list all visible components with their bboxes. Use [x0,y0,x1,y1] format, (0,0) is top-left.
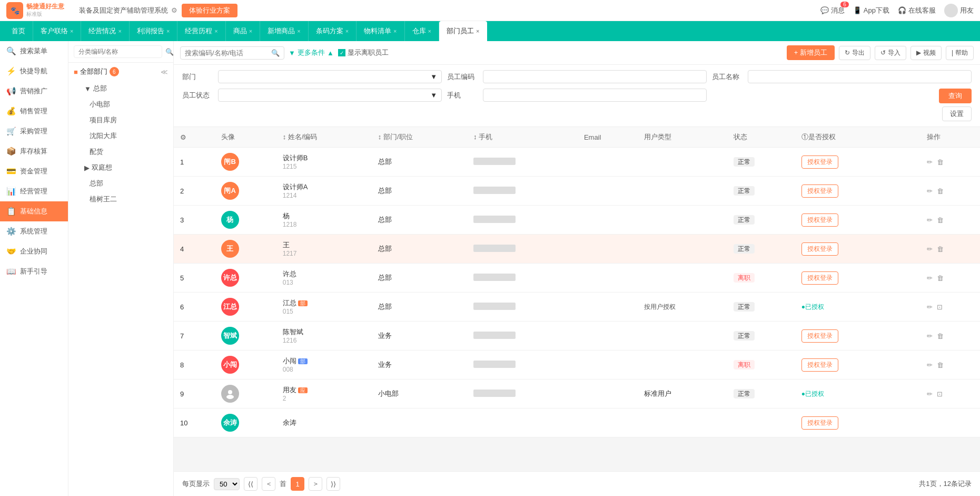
dept-item-xiangmu[interactable]: 项目库房 [74,112,173,128]
sidebar-item-sales[interactable]: 💰 销售管理 [0,101,68,121]
current-page-button[interactable]: 1 [291,477,304,491]
message-item[interactable]: 💬 消息 6 [820,6,845,15]
auth-button[interactable]: 授权登录 [801,184,838,198]
query-button[interactable]: 查询 [939,89,972,103]
sidebar-item-collab[interactable]: 🤝 企业协同 [0,241,68,261]
reset-button[interactable]: 设置 [942,106,972,121]
service-item[interactable]: 🎧 在线客服 [898,6,936,15]
edit-icon[interactable]: ✏ [927,158,933,166]
tab-customer[interactable]: 客户联络 × [33,21,81,41]
tab-close-operation[interactable]: × [118,28,121,34]
delete-icon[interactable]: 🗑 [937,332,944,340]
dept-item-zongbu-root[interactable]: ▼ 总部 [74,81,173,96]
delete-icon[interactable]: 🗑 [937,158,944,166]
tab-close-barcode[interactable]: × [345,28,349,34]
auth-button[interactable]: 授权登录 [801,242,838,256]
edit-icon[interactable]: ✏ [927,216,933,224]
auth-button[interactable]: 授权登录 [801,358,838,372]
dept-item-shenyang[interactable]: 沈阳大库 [74,128,173,144]
prev-page-button[interactable]: ＜ [262,477,275,491]
export-button[interactable]: ↻ 导出 [839,46,870,60]
app-download-item[interactable]: 📱 App下载 [853,6,889,15]
sidebar-item-finance[interactable]: 💳 资金管理 [0,161,68,181]
gear-icon[interactable]: ⚙ [171,6,177,14]
tab-operation[interactable]: 经营情况 × [81,21,129,41]
sidebar-item-inventory[interactable]: 📦 库存核算 [0,141,68,161]
tab-goods[interactable]: 商品 × [226,21,260,41]
sidebar-item-management[interactable]: 📊 经营管理 [0,181,68,201]
dept-search-icon[interactable]: 🔍 [165,48,174,56]
tab-close-history[interactable]: × [214,28,217,34]
col-settings[interactable]: ⚙ [174,127,215,148]
all-dept-label[interactable]: ■ 全部部门 6 ≪ [68,63,173,81]
delete-icon[interactable]: 🗑 [937,216,944,224]
col-phone[interactable]: ↕ 手机 [467,127,578,148]
emp-status-select[interactable]: ▼ [218,89,442,102]
auth-button[interactable]: 授权登录 [801,155,838,169]
view-button[interactable]: ▶ 视频 [910,46,942,60]
tab-warehouse[interactable]: 仓库 × [405,21,439,41]
auth-button[interactable]: 授权登录 [801,213,838,227]
delete-icon[interactable]: 🗑 [937,274,944,282]
auth-button[interactable]: 授权登录 [801,271,838,285]
trial-button[interactable]: 体验行业方案 [182,4,237,17]
search-icon[interactable]: 🔍 [271,49,280,57]
tab-add-goods[interactable]: 新增商品 × [260,21,308,41]
emp-name-input[interactable] [748,70,972,83]
first-page-button[interactable]: ⟨⟨ [244,477,258,491]
delete-icon[interactable]: 🗑 [937,245,944,253]
delete-icon[interactable]: 🗑 [937,187,944,195]
dept-search-input[interactable] [74,45,162,58]
edit-icon[interactable]: ✏ [927,274,933,282]
delete-icon[interactable]: 🗑 [937,361,944,369]
next-page-button[interactable]: ＞ [309,477,322,491]
edit-icon[interactable]: ✏ [927,303,933,311]
tab-profit[interactable]: 利润报告 × [130,21,177,41]
sidebar-item-purchase[interactable]: 🛒 采购管理 [0,121,68,141]
edit-icon[interactable]: ✏ [927,390,933,398]
tab-close-goods[interactable]: × [249,28,252,34]
sidebar-item-marketing[interactable]: 📢 营销推广 [0,81,68,101]
tab-barcode[interactable]: 条码方案 × [309,21,357,41]
dept-item-xiaodianbu[interactable]: 小电部 [74,96,173,112]
edit-icon[interactable]: ✏ [927,361,933,369]
tab-close-warehouse[interactable]: × [428,28,431,34]
user-item[interactable]: 用友 [944,4,974,17]
col-dept[interactable]: ↕ 部门/职位 [372,127,467,148]
tab-close-customer[interactable]: × [70,28,73,34]
show-resigned[interactable]: ✓ 显示离职员工 [338,48,389,57]
tab-bom[interactable]: 物料清单 × [357,21,404,41]
sidebar-item-guide[interactable]: 📖 新手引导 [0,261,68,281]
col-name[interactable]: ↕ 姓名/编码 [276,127,372,148]
import-button[interactable]: ↺ 导入 [875,46,906,60]
tab-close-department[interactable]: × [476,28,479,34]
emp-code-input[interactable] [483,70,707,83]
sidebar-item-basic[interactable]: 📋 基础信息 [0,201,68,221]
auth-button[interactable]: 授权登录 [801,416,838,430]
tab-home[interactable]: 首页 [4,21,33,41]
dept-select[interactable]: ▼ [218,70,442,83]
show-resigned-checkbox[interactable]: ✓ [338,49,345,56]
dept-item-zhishu[interactable]: 植树王二 [74,191,173,207]
help-button[interactable]: | 帮助 [946,46,974,60]
last-page-button[interactable]: ⟩⟩ [326,477,340,491]
auth-button[interactable]: 授权登录 [801,329,838,343]
tab-close-add-goods[interactable]: × [297,28,300,34]
dept-item-peihuo[interactable]: 配货 [74,144,173,160]
per-page-select[interactable]: 50 [214,478,240,490]
edit-icon[interactable]: ✏ [927,332,933,340]
tab-close-bom[interactable]: × [393,28,397,34]
add-employee-button[interactable]: + 新增员工 [787,45,835,60]
collapse-icon[interactable]: ≪ [161,68,168,76]
copy-icon[interactable]: ⊡ [937,390,943,398]
edit-icon[interactable]: ✏ [927,187,933,195]
tab-history[interactable]: 经营历程 × [177,21,225,41]
sidebar-item-system[interactable]: ⚙️ 系统管理 [0,221,68,241]
more-conditions[interactable]: ▼ 更多条件 ▲ [289,48,334,57]
phone-input[interactable] [483,89,707,102]
tab-department[interactable]: 部门员工 × [439,21,487,41]
copy-icon[interactable]: ⊡ [937,303,943,311]
tab-close-profit[interactable]: × [166,28,170,34]
sidebar-item-quicknav[interactable]: ⚡ 快捷导航 [0,61,68,81]
dept-item-shuangting[interactable]: ▶ 双庭想 [74,160,173,176]
